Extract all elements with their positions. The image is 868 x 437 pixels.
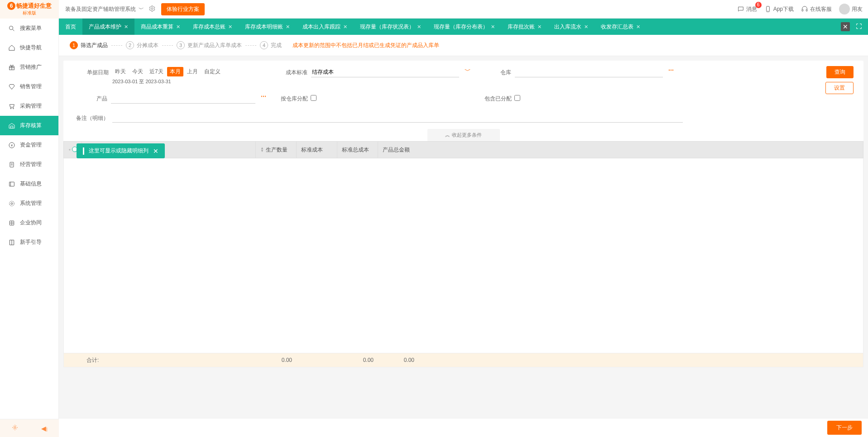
filter-cost-std: 成本标准 ﹀ bbox=[272, 67, 471, 77]
tab-inv-detail[interactable]: 库存成本明细账✕ bbox=[239, 19, 296, 35]
system-selector[interactable]: 装备及固定资产辅助管理系统 ﹀ bbox=[65, 5, 144, 13]
main-content: 1筛选产成品 2分摊成本 3更新产成品入库单成本 4完成 成本更新的范围中不包括… bbox=[59, 35, 868, 437]
close-icon[interactable]: ✕ bbox=[584, 24, 588, 30]
close-icon[interactable]: ✕ bbox=[537, 24, 542, 30]
tab-cost-recalc[interactable]: 商品成本重算✕ bbox=[134, 19, 187, 35]
dr-month[interactable]: 本月 bbox=[167, 67, 183, 76]
close-icon[interactable]: ✕ bbox=[286, 24, 290, 30]
close-icon[interactable]: ✕ bbox=[124, 24, 128, 30]
column-settings-button[interactable]: 这里可显示或隐藏明细列 ✕ bbox=[64, 142, 82, 158]
svg-rect-15 bbox=[10, 162, 14, 167]
settings-icon[interactable] bbox=[11, 424, 19, 432]
collapse-filters[interactable]: ︽ 收起更多条件 bbox=[427, 129, 500, 141]
logo-icon: 6 bbox=[7, 2, 15, 10]
tab-summary[interactable]: 收发存汇总表✕ bbox=[595, 19, 647, 35]
sidebar-item-funds[interactable]: ¥资金管理 bbox=[0, 135, 58, 155]
close-icon[interactable]: ✕ bbox=[228, 24, 232, 30]
sidebar-item-nav[interactable]: 快捷导航 bbox=[0, 38, 58, 57]
sidebar-item-search[interactable]: 搜索菜单 bbox=[0, 19, 58, 38]
dr-custom[interactable]: 自定义 bbox=[201, 67, 223, 76]
logo: 6 畅捷通好生意 标准版 bbox=[0, 0, 59, 19]
th-amount[interactable]: 产品总金额 bbox=[378, 142, 863, 158]
close-icon[interactable]: ✕ bbox=[176, 24, 180, 30]
tab-inv-ledger[interactable]: 库存成本总账✕ bbox=[187, 19, 239, 35]
footer-total-label: 合计: bbox=[82, 356, 256, 364]
experience-button[interactable]: 体验行业方案 bbox=[161, 3, 205, 15]
close-icon[interactable]: ✕ bbox=[343, 24, 347, 30]
share-icon bbox=[8, 219, 15, 227]
sidebar-item-system[interactable]: 系统管理 bbox=[0, 194, 58, 213]
close-all-tabs-icon[interactable]: ✕ bbox=[841, 22, 850, 31]
next-step-button[interactable]: 下一步 bbox=[827, 421, 862, 435]
sidebar-item-inventory[interactable]: 库存核算 bbox=[0, 116, 58, 135]
page-footer: 下一步 bbox=[59, 418, 868, 437]
sidebar-item-guide[interactable]: 新手引导 bbox=[0, 233, 58, 252]
settings-button[interactable]: 设置 bbox=[825, 82, 854, 94]
svg-rect-3 bbox=[802, 10, 803, 11]
tab-batch[interactable]: 库存批次账✕ bbox=[501, 19, 548, 35]
customer-service-link[interactable]: 在线客服 bbox=[801, 5, 832, 13]
step-4: 4完成 bbox=[260, 41, 282, 49]
svg-point-23 bbox=[14, 427, 16, 428]
chat-icon bbox=[737, 5, 744, 13]
sidebar-item-purchase[interactable]: 采购管理 bbox=[0, 96, 58, 116]
logo-text: 6 畅捷通好生意 bbox=[7, 2, 52, 10]
step-3: 3更新产成品入库单成本 bbox=[177, 41, 242, 49]
th-qty[interactable]: ▲▼生产数量 bbox=[256, 142, 297, 158]
sidebar-item-business[interactable]: 经营管理 bbox=[0, 155, 58, 174]
th-std-cost[interactable]: 标准成本 bbox=[297, 142, 337, 158]
sidebar-item-sales[interactable]: 销售管理 bbox=[0, 77, 58, 96]
dr-7days[interactable]: 近7天 bbox=[147, 67, 166, 76]
close-icon[interactable]: ✕ bbox=[636, 24, 640, 30]
collapse-sidebar-icon[interactable]: ◀| bbox=[41, 425, 47, 432]
gear-icon bbox=[68, 146, 71, 153]
tab-cost-maintain[interactable]: 产品成本维护✕ bbox=[82, 19, 134, 35]
chevron-down-icon[interactable]: ﹀ bbox=[465, 67, 471, 75]
sidebar-item-marketing[interactable]: 营销推广 bbox=[0, 57, 58, 77]
filter-panel: 查询 设置 单据日期 昨天 今天 近7天 本月 上月 自定义 2023-03-0… bbox=[63, 61, 863, 141]
gear-icon[interactable] bbox=[149, 5, 156, 14]
table-header: 这里可显示或隐藏明细列 ✕ ▲▼主计量 ▲▼生产数量 标准成本 标准总成本 产品… bbox=[63, 141, 863, 158]
svg-text:¥: ¥ bbox=[11, 143, 13, 147]
logo-edition: 标准版 bbox=[23, 10, 36, 16]
warehouse-icon bbox=[8, 122, 15, 129]
close-icon[interactable]: ✕ bbox=[491, 24, 495, 30]
book-icon bbox=[8, 239, 15, 246]
dr-yesterday[interactable]: 昨天 bbox=[112, 67, 129, 76]
app-download-link[interactable]: App下载 bbox=[764, 5, 794, 13]
fullscreen-icon[interactable] bbox=[854, 21, 864, 33]
include-assigned-checkbox[interactable] bbox=[514, 95, 520, 101]
by-warehouse-checkbox[interactable] bbox=[311, 95, 317, 101]
cost-std-input[interactable] bbox=[311, 67, 459, 77]
remark-input[interactable] bbox=[112, 112, 683, 123]
close-icon[interactable]: ✕ bbox=[417, 24, 421, 30]
th-std-total[interactable]: 标准总成本 bbox=[337, 142, 378, 158]
table-footer: 合计: 0.00 0.00 0.00 bbox=[63, 353, 863, 367]
svg-point-11 bbox=[13, 108, 14, 109]
messages-link[interactable]: 消息 6 bbox=[737, 5, 757, 13]
table-body bbox=[63, 158, 863, 353]
dr-today[interactable]: 今天 bbox=[129, 67, 146, 76]
headset-icon bbox=[801, 5, 808, 13]
tab-stock-dist[interactable]: 现存量（库存分布表）✕ bbox=[427, 19, 501, 35]
sidebar-item-basic[interactable]: 基础信息 bbox=[0, 174, 58, 194]
user-menu[interactable]: 用友 bbox=[839, 4, 863, 14]
tab-stock-status[interactable]: 现存量（库存状况表）✕ bbox=[354, 19, 427, 35]
close-icon[interactable]: ✕ bbox=[153, 147, 158, 155]
tab-home[interactable]: 首页 bbox=[59, 19, 82, 35]
svg-point-0 bbox=[151, 8, 153, 10]
sidebar-item-collab[interactable]: 企业协同 bbox=[0, 213, 58, 233]
search-icon bbox=[8, 25, 15, 32]
dr-lastmonth[interactable]: 上月 bbox=[184, 67, 201, 76]
tab-flow[interactable]: 出入库流水✕ bbox=[548, 19, 595, 35]
clipboard-icon bbox=[8, 161, 15, 168]
header-right: 消息 6 App下载 在线客服 用友 bbox=[737, 4, 863, 14]
tab-cost-track[interactable]: 成本出入库跟踪✕ bbox=[296, 19, 354, 35]
more-icon[interactable]: ⋯ bbox=[668, 67, 675, 73]
footer-std-total: 0.00 bbox=[337, 357, 378, 363]
warehouse-input[interactable] bbox=[515, 67, 663, 77]
query-button[interactable]: 查询 bbox=[826, 66, 854, 78]
product-input[interactable] bbox=[111, 93, 255, 104]
chevron-up-icon: ︽ bbox=[445, 132, 451, 138]
more-icon[interactable]: ⋯ bbox=[261, 93, 267, 100]
